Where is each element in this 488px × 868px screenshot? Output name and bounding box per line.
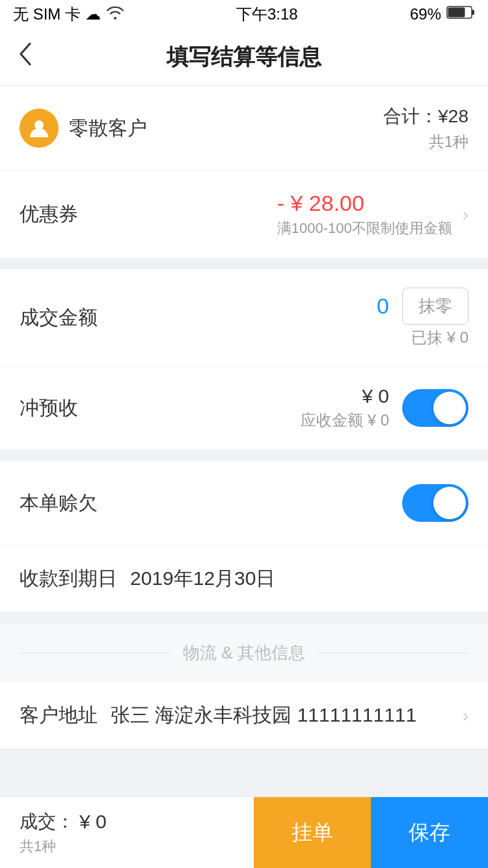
logistics-line-left [20,653,170,653]
bendan-card: 本单赊欠 收款到期日 2019年12月30日 [0,461,488,612]
prepay-right: ¥ 0 应收金额 ¥ 0 [301,385,468,431]
coupon-discount: - ¥ 28.00 [277,191,452,216]
address-row[interactable]: 客户地址 张三 海淀永丰科技园 11111111111 › [0,683,488,748]
toggle-knob [433,392,466,424]
bottom-count: 共1种 [20,837,234,856]
svg-rect-2 [448,8,465,18]
address-value: 张三 海淀永丰科技园 11111111111 [111,702,457,729]
logistics-line-right [318,653,468,653]
svg-rect-1 [472,10,474,15]
deal-amount-label: 成交金额 [20,305,98,331]
coupon-row[interactable]: 优惠券 - ¥ 28.00 满1000-100不限制使用金额 › [0,170,488,258]
customer-left: 零散客户 [20,109,147,148]
customer-name: 零散客户 [69,115,147,142]
due-date-label: 收款到期日 [20,565,117,592]
customer-avatar [20,109,59,148]
coupon-right: - ¥ 28.00 满1000-100不限制使用金额 › [277,191,468,238]
deal-amount-value: 0 [377,293,389,319]
content-area: 零散客户 合计：¥28 共1种 优惠券 - ¥ 28.00 满1000-100不… [0,86,488,868]
bendan-toggle-knob [433,487,466,519]
bendan-row: 本单赊欠 [0,461,488,545]
prepay-receivable: 应收金额 ¥ 0 [301,410,389,431]
save-button[interactable]: 保存 [371,797,488,868]
sim-label: 无 SIM 卡 ☁ [13,4,101,25]
bottom-bar: 成交： ¥ 0 共1种 挂单 保存 [0,796,488,868]
deal-amount-card: 成交金额 0 抹零 已抹 ¥ 0 冲预收 ¥ 0 应收金额 ¥ 0 [0,269,488,449]
coupon-description: 满1000-100不限制使用金额 [277,219,452,238]
logistics-card: 物流 & 其他信息 客户地址 张三 海淀永丰科技园 11111111111 › [0,623,488,748]
prepay-values: ¥ 0 应收金额 ¥ 0 [301,385,389,431]
coupon-label: 优惠券 [20,201,78,228]
prepay-row: 冲预收 ¥ 0 应收金额 ¥ 0 [0,367,488,449]
customer-card: 零散客户 合计：¥28 共1种 优惠券 - ¥ 28.00 满1000-100不… [0,86,488,258]
svg-point-3 [34,120,44,129]
deal-amount-row: 成交金额 0 抹零 已抹 ¥ 0 [0,269,488,367]
battery-label: 69% [410,5,441,23]
bottom-deal-label: 成交： [20,809,74,834]
deal-amount-sub: 已抹 ¥ 0 [411,327,468,348]
customer-total: 合计：¥28 共1种 [383,104,468,152]
status-right: 69% [410,5,475,23]
status-time: 下午3:18 [236,4,298,25]
back-button[interactable] [18,41,34,73]
chevron-right-icon: › [463,204,468,225]
status-left: 无 SIM 卡 ☁ [13,4,124,25]
deal-amount-right: 0 抹零 已抹 ¥ 0 [377,288,468,348]
address-label: 客户地址 [20,702,98,729]
bottom-actions: 挂单 保存 [254,797,488,868]
hold-order-button[interactable]: 挂单 [254,797,371,868]
page-title: 填写结算等信息 [167,42,321,72]
bendan-label: 本单赊欠 [20,490,98,517]
prepay-amount: ¥ 0 [301,385,389,407]
deal-amount-row-inner: 0 抹零 [377,288,468,325]
total-amount-label: 合计：¥28 [383,104,468,129]
address-chevron-icon: › [463,705,468,726]
bottom-info: 成交： ¥ 0 共1种 [0,809,254,856]
prepay-label: 冲预收 [20,395,78,422]
due-date-row: 收款到期日 2019年12月30日 [0,545,488,612]
total-count-label: 共1种 [383,131,468,152]
status-bar: 无 SIM 卡 ☁ 下午3:18 69% [0,0,488,29]
logistics-header: 物流 & 其他信息 [0,623,488,683]
customer-row: 零散客户 合计：¥28 共1种 [0,86,488,170]
bendan-toggle[interactable] [402,484,468,522]
round-zero-button[interactable]: 抹零 [402,288,468,325]
prepay-toggle[interactable] [402,389,468,427]
battery-icon [446,5,475,23]
wifi-icon [106,5,124,23]
bottom-deal-amount: ¥ 0 [79,811,107,833]
nav-bar: 填写结算等信息 [0,29,488,86]
due-date-value: 2019年12月30日 [130,565,275,592]
bottom-deal: 成交： ¥ 0 [20,809,234,834]
logistics-label: 物流 & 其他信息 [183,642,305,664]
